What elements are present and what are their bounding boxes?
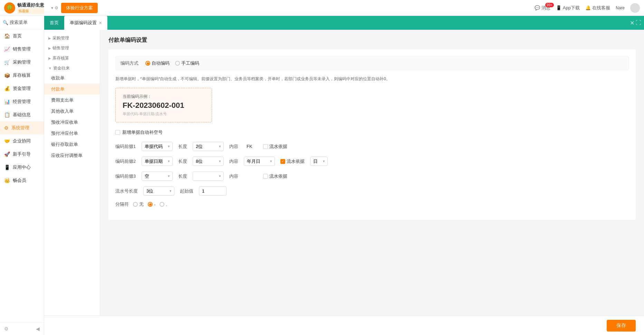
sub-item-payment[interactable]: 付款单 xyxy=(44,84,100,95)
nav-dropdown-icon[interactable]: ▾ xyxy=(51,6,53,10)
sidebar-item-corp[interactable]: 🤝 企业协同 xyxy=(0,134,44,148)
arrow-finance: ▼ xyxy=(48,66,52,70)
prefix-select-input-1[interactable]: 单据代码 单据日期 部门 业务员 空 xyxy=(142,142,173,151)
sidebar-item-purchase[interactable]: 🛒 采购管理 xyxy=(0,56,44,69)
content-label-2: 内容 xyxy=(229,158,238,165)
sidebar-item-member[interactable]: 👑 畅会员 xyxy=(0,174,44,187)
topbar-left: 🍀 畅通通好生意 拓盈版 ▾ ⚙ 体验行业方案 xyxy=(4,2,98,14)
sidebar-item-sales[interactable]: 📈 销售管理 xyxy=(0,43,44,56)
save-button[interactable]: 保存 xyxy=(607,320,636,332)
len-select-input-2[interactable]: 8位 xyxy=(193,157,224,166)
sep-none-option[interactable]: 无 xyxy=(133,201,144,207)
sub-item-other-income[interactable]: 其他收入单 xyxy=(44,106,100,117)
auto-radio[interactable]: 自动编码 xyxy=(145,60,170,66)
sidebar-item-inventory[interactable]: 📦 库存核算 xyxy=(0,69,44,82)
content-label-3: 内容 xyxy=(229,173,238,179)
arrow-purchase: ▶ xyxy=(48,36,51,40)
manual-radio-dot xyxy=(175,61,180,66)
sidebar-search[interactable]: 🔍 搜索菜单 xyxy=(0,16,44,29)
content-value-3 xyxy=(244,175,258,178)
logo-sub: 拓盈版 xyxy=(17,8,44,14)
logo-icon: 🍀 xyxy=(4,2,15,13)
prefix-label-2: 编码前缀2 xyxy=(115,158,136,165)
topbar: 🍀 畅通通好生意 拓盈版 ▾ ⚙ 体验行业方案 💬 消息 99+ 📱 App下载… xyxy=(0,0,644,16)
start-value-label: 起始值 xyxy=(180,188,193,194)
sub-item-adjust[interactable]: 应收应付调整单 xyxy=(44,150,100,161)
content-area: 首页 单据编码设置 ✕ ✕ ⛶ ▶ 采购管理 ▶ 销售管理 xyxy=(44,16,644,335)
sidebar-item-guide[interactable]: 🚀 新手引导 xyxy=(0,148,44,161)
len-select-input-3[interactable] xyxy=(193,171,224,181)
separator-label: 分隔符 xyxy=(115,201,129,207)
len-select-input-1[interactable]: 2位 xyxy=(193,142,224,151)
sub-group-finance[interactable]: ▼ 资金往来 xyxy=(44,63,100,73)
sub-group-sales[interactable]: ▶ 销售管理 xyxy=(44,43,100,53)
stream-checkbox-3[interactable]: 流水依据 xyxy=(263,173,287,179)
sidebar-item-finance[interactable]: 💰 资金管理 xyxy=(0,82,44,95)
logo-title: 畅通通好生意 xyxy=(17,2,44,8)
len-select-3[interactable] xyxy=(193,171,224,181)
sub-item-pre-pay[interactable]: 预付冲应付单 xyxy=(44,128,100,139)
len-select-1[interactable]: 2位 xyxy=(193,142,224,151)
prefix-row-2: 编码前缀2 单据代码 单据日期 部门 业务员 空 长度 xyxy=(115,157,629,166)
stream-box-2[interactable]: ✓ xyxy=(280,159,285,164)
message-btn[interactable]: 💬 消息 99+ xyxy=(535,5,550,11)
panel-card: 编码方式 自动编码 手工编码 xyxy=(108,49,636,220)
sep-dash-option[interactable]: - xyxy=(148,202,155,207)
sidebar-item-home[interactable]: 🏠 首页 xyxy=(0,29,44,43)
prefix-select-input-3[interactable]: 单据代码 单据日期 部门 业务员 空 xyxy=(142,171,173,181)
sub-group-inventory[interactable]: ▶ 库存核算 xyxy=(44,53,100,63)
footer-collapse-icon[interactable]: ◀ xyxy=(36,326,40,332)
tab-close-icon[interactable]: ✕ xyxy=(99,21,102,25)
auto-fill-row: 新增单据自动补空号 xyxy=(115,129,629,136)
sub-item-bank[interactable]: 银行存取款单 xyxy=(44,139,100,150)
tab-home[interactable]: 首页 xyxy=(44,16,64,30)
stream-checkbox-1[interactable]: 流水依据 xyxy=(263,143,287,150)
auto-fill-checkbox[interactable] xyxy=(115,130,120,135)
start-value-input[interactable] xyxy=(199,186,227,196)
len-select-2[interactable]: 8位 xyxy=(193,157,224,166)
tab-maximize-icon[interactable]: ⛶ xyxy=(636,20,641,26)
tab-encode-setting[interactable]: 单据编码设置 ✕ xyxy=(64,16,107,30)
date-format-select[interactable]: 年月日 年月 年 xyxy=(244,157,275,166)
sep-dot-option[interactable]: . xyxy=(160,202,167,207)
sidebar-item-app[interactable]: 📱 应用中心 xyxy=(0,161,44,174)
stream-box-1[interactable] xyxy=(263,144,268,149)
message-icon: 💬 xyxy=(535,5,540,10)
date-format-input[interactable]: 年月日 年月 年 xyxy=(244,157,275,166)
prefix-select-1[interactable]: 单据代码 单据日期 部门 业务员 空 xyxy=(142,142,173,151)
info-text: 新增单据时，*单据编码*自动生成，不可编辑。前缀设置为部门、业务员等档案类，开单… xyxy=(115,76,629,82)
prefix-select-input-2[interactable]: 单据代码 单据日期 部门 业务员 空 xyxy=(142,157,173,166)
tab-close-all-icon[interactable]: ✕ xyxy=(630,20,634,26)
sales-icon: 📈 xyxy=(4,46,10,52)
day-select-input[interactable]: 日 月 年 xyxy=(310,157,328,166)
manual-radio[interactable]: 手工编码 xyxy=(175,60,199,66)
sub-group-purchase[interactable]: ▶ 采购管理 xyxy=(44,32,100,43)
avatar xyxy=(630,3,640,13)
serial-row: 流水号长度 3位 4位 5位 6位 起始值 xyxy=(115,186,629,196)
sidebar-item-system[interactable]: ⚙ 系统管理 xyxy=(0,121,44,134)
day-select[interactable]: 日 月 年 xyxy=(310,157,328,166)
corp-icon: 🤝 xyxy=(4,138,10,144)
online-service-btn[interactable]: 🔔 在线客服 xyxy=(585,5,610,11)
app-center-icon: 📱 xyxy=(4,165,10,170)
serial-length-input[interactable]: 3位 4位 5位 6位 xyxy=(143,186,174,196)
prefix-select-3[interactable]: 单据代码 单据日期 部门 业务员 空 xyxy=(142,171,173,181)
radio-group: 自动编码 手工编码 xyxy=(145,60,199,66)
sub-item-expense[interactable]: 费用支出单 xyxy=(44,95,100,106)
app-download-btn[interactable]: 📱 App下载 xyxy=(556,5,580,11)
sub-item-pre-recv[interactable]: 预收冲应收单 xyxy=(44,117,100,128)
settings-icon[interactable]: ⚙ xyxy=(55,6,58,10)
sep-dash-dot xyxy=(148,202,153,207)
sidebar-item-base[interactable]: 📋 基础信息 xyxy=(0,108,44,121)
logo-text: 畅通通好生意 拓盈版 xyxy=(17,2,44,14)
serial-length-select[interactable]: 3位 4位 5位 6位 xyxy=(143,186,174,196)
footer-settings-icon[interactable]: ⚙ xyxy=(4,326,9,332)
try-btn[interactable]: 体验行业方案 xyxy=(61,3,98,13)
stream-box-3[interactable] xyxy=(263,174,268,179)
prefix-select-2[interactable]: 单据代码 单据日期 部门 业务员 空 xyxy=(142,157,173,166)
stream-checkbox-2[interactable]: ✓ 流水依据 xyxy=(280,158,305,165)
service-icon: 🔔 xyxy=(585,5,591,10)
sub-item-receipt[interactable]: 收款单 xyxy=(44,73,100,84)
sidebar-item-operation[interactable]: 📊 经营管理 xyxy=(0,95,44,108)
arrow-sales: ▶ xyxy=(48,46,51,50)
